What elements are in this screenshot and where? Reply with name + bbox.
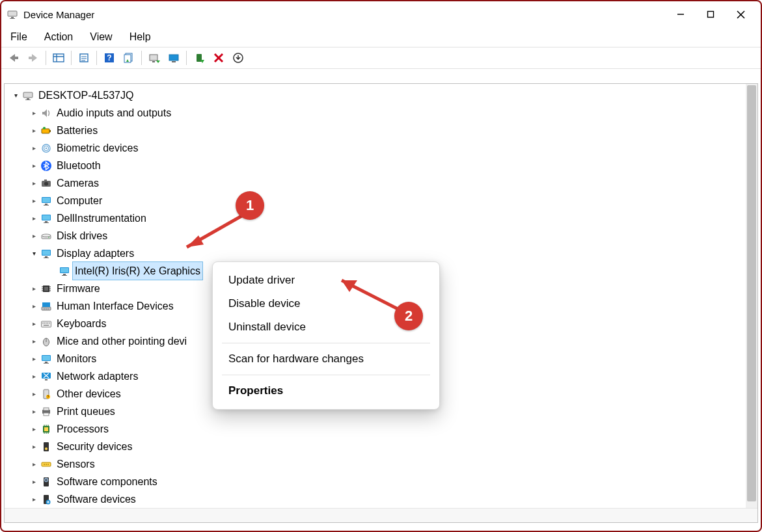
close-button[interactable] [726,1,755,27]
tree-node[interactable]: ▸Batteries [6,122,757,139]
chevron-right-icon[interactable]: ▸ [28,403,40,420]
svg-rect-33 [25,100,31,100]
toolbar-separator [141,51,142,65]
svg-rect-7 [14,57,18,59]
toolbar-disable-device-button[interactable] [210,49,228,66]
monitor-icon [40,247,53,260]
svg-rect-4 [708,12,714,18]
tree-node[interactable]: ▸Audio inputs and outputs [6,104,757,122]
tree-node-label: Other devices [57,385,121,403]
svg-rect-43 [44,180,47,181]
tree-node[interactable]: ▸DellInstrumentation [6,209,757,227]
toolbar-scan-hardware-button[interactable] [145,49,163,66]
svg-rect-34 [42,129,49,133]
chevron-right-icon[interactable]: ▸ [28,473,40,490]
chevron-down-icon[interactable]: ▾ [28,245,40,262]
tree-node[interactable]: ▸Computer [6,192,757,209]
tree-node[interactable]: ▸Cameras [6,174,757,192]
tree-node[interactable]: ▸Software devices [6,490,757,508]
chevron-right-icon[interactable]: ▸ [28,367,40,385]
mouse-icon [40,335,53,348]
monitor-icon [40,194,53,207]
tree-node[interactable]: ▾Display adapters [6,245,757,262]
chevron-down-icon[interactable]: ▾ [10,86,21,104]
menu-view[interactable]: View [90,31,112,43]
toolbar-enable-device-button[interactable] [190,49,208,66]
toolbar-uninstall-device-button[interactable] [229,49,247,66]
monitor-icon [40,352,53,366]
menu-help[interactable]: Help [129,31,151,43]
tree-root-label: DESKTOP-4L537JQ [38,86,133,104]
tree-node-label: Human Interface Devices [57,297,174,315]
chevron-right-icon[interactable]: ▸ [28,174,40,192]
security-icon [40,440,53,453]
tree-node[interactable]: ▸Processors [6,420,757,438]
chevron-right-icon[interactable]: ▸ [28,315,40,332]
minimize-button[interactable] [666,1,696,27]
chevron-right-icon[interactable]: ▸ [28,122,40,139]
toolbar-forward-button[interactable] [24,49,42,66]
svg-rect-79 [46,323,47,324]
app-icon [7,8,18,20]
chevron-right-icon[interactable]: ▸ [28,385,40,403]
context-menu-item[interactable]: Update driver [213,269,439,292]
swcomp-icon [40,475,53,488]
toolbar-sheets-button[interactable] [120,49,138,66]
sensor-icon [40,458,53,471]
toolbar-separator [71,51,72,65]
tree-node[interactable]: ▸Biometric devices [6,139,757,157]
tree-node-label: Disk drives [57,227,107,245]
svg-marker-23 [156,60,160,63]
svg-point-39 [46,147,48,149]
chevron-right-icon[interactable]: ▸ [28,104,40,122]
scrollbar-thumb[interactable] [747,85,756,501]
chevron-right-icon[interactable]: ▸ [28,209,40,227]
tree-node-label: Firmware [57,280,100,297]
toolbar-back-button[interactable] [5,49,23,66]
tree-node-label: Keyboards [57,315,107,332]
tree-node[interactable]: ▸Bluetooth [6,157,757,174]
chevron-right-icon[interactable]: ▸ [28,297,40,315]
chevron-right-icon[interactable]: ▸ [28,139,40,157]
menu-file[interactable]: File [10,31,27,43]
svg-rect-35 [49,130,51,132]
chevron-right-icon[interactable]: ▸ [28,227,40,245]
tree-node-label: Sensors [57,455,95,473]
tree-node[interactable]: ▸Security devices [6,438,757,455]
svg-rect-78 [44,323,46,324]
svg-text:?: ? [48,395,49,399]
context-menu-item[interactable]: Scan for hardware changes [213,347,439,371]
camera-icon [40,177,53,190]
horizontal-scrollbar[interactable] [5,508,757,522]
svg-text:?: ? [107,53,111,62]
toolbar-separator [186,51,187,65]
chevron-right-icon[interactable]: ▸ [28,455,40,473]
chevron-right-icon[interactable]: ▸ [28,438,40,455]
tree-node[interactable]: ▸Disk drives [6,227,757,245]
tree-node[interactable]: ▸Sensors [6,455,757,473]
vertical-scrollbar[interactable] [746,84,757,508]
svg-point-53 [42,234,51,237]
chevron-right-icon[interactable]: ▸ [28,490,40,508]
toolbar-update-driver-button[interactable] [165,49,183,66]
menu-action[interactable]: Action [44,31,73,43]
svg-rect-62 [62,275,67,276]
chevron-right-icon[interactable]: ▸ [28,332,40,350]
toolbar-properties-button[interactable] [75,49,93,66]
svg-rect-95 [44,408,49,410]
chevron-right-icon[interactable]: ▸ [28,157,40,174]
tree-root[interactable]: ▾DESKTOP-4L537JQ [6,86,757,104]
tree-node[interactable]: ▸Software components [6,473,757,490]
toolbar-show-hide-console-button[interactable] [49,49,68,66]
svg-rect-21 [150,55,157,60]
titlebar[interactable]: Device Manager [1,1,761,27]
chevron-right-icon[interactable]: ▸ [28,280,40,297]
context-menu-item[interactable]: Properties [213,379,439,403]
chevron-right-icon[interactable]: ▸ [28,350,40,367]
tree-node-label: Software devices [57,490,136,508]
maximize-button[interactable] [696,1,726,27]
hid-icon [40,300,53,313]
toolbar-help-button[interactable]: ? [100,49,118,66]
chevron-right-icon[interactable]: ▸ [28,420,40,438]
chevron-right-icon[interactable]: ▸ [28,192,40,209]
